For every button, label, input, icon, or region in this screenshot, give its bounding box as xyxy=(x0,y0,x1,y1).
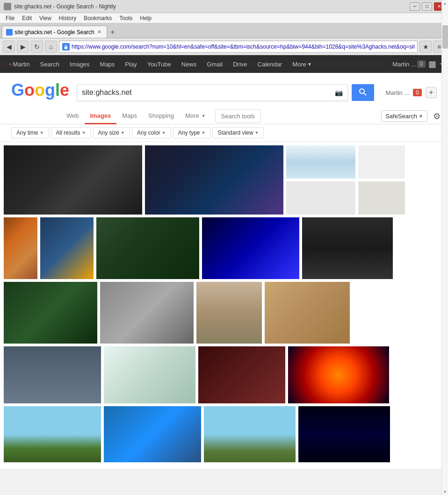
toolbar-youtube[interactable]: YouTube xyxy=(143,55,176,73)
scroll-thumb[interactable] xyxy=(442,25,448,49)
logo-o1: o xyxy=(24,80,35,100)
all-results-filter[interactable]: All results ▼ xyxy=(51,127,91,138)
image-item[interactable] xyxy=(202,217,299,279)
home-button[interactable]: ⌂ xyxy=(45,41,57,53)
toolbar-martin[interactable]: +Martin xyxy=(4,55,35,73)
toolbar-username[interactable]: Martin ... xyxy=(392,61,416,68)
menu-file[interactable]: File xyxy=(2,14,18,22)
notification-count[interactable]: 0 xyxy=(417,60,426,68)
image-row-4 xyxy=(4,346,444,403)
image-row-5 xyxy=(4,406,444,462)
image-item[interactable] xyxy=(286,181,355,215)
bookmark-button[interactable]: ★ xyxy=(419,41,432,53)
forward-button[interactable]: ▶ xyxy=(17,41,29,53)
account-share-button[interactable]: + xyxy=(426,87,437,98)
tab-images[interactable]: Images xyxy=(85,108,117,124)
svg-rect-0 xyxy=(65,47,67,49)
standard-view-filter[interactable]: Standard view ▼ xyxy=(212,127,264,138)
tab-title: site:ghacks.net - Google Search xyxy=(14,29,94,36)
any-time-arrow-icon: ▼ xyxy=(40,130,44,135)
toolbar-gmail[interactable]: Gmail xyxy=(202,55,227,73)
minimize-button[interactable]: ─ xyxy=(410,2,420,11)
image-column-2 xyxy=(358,145,405,215)
any-time-filter[interactable]: Any time ▼ xyxy=(11,127,49,138)
nav-bar: ◀ ▶ ↻ ⌂ ★ ≡ xyxy=(0,38,448,55)
toolbar-play[interactable]: Play xyxy=(120,55,141,73)
search-tools-button[interactable]: Search tools xyxy=(215,109,261,123)
camera-search-icon[interactable]: 📷 xyxy=(335,89,343,96)
tab-shopping[interactable]: Shopping xyxy=(143,108,180,124)
toolbar-search[interactable]: Search xyxy=(36,55,64,73)
image-item[interactable] xyxy=(100,282,194,344)
account-notification[interactable]: 0 xyxy=(413,89,422,96)
settings-gear-icon[interactable]: ⚙ xyxy=(431,109,442,123)
tab-close-button[interactable]: ✕ xyxy=(96,29,103,36)
toolbar-news[interactable]: News xyxy=(177,55,202,73)
grid-button[interactable]: ▦ xyxy=(428,59,436,69)
search-input-container: 📷 xyxy=(77,84,348,101)
tab-favicon xyxy=(6,29,13,36)
toolbar-calendar[interactable]: Calendar xyxy=(253,55,287,73)
any-size-filter[interactable]: Any size ▼ xyxy=(93,127,130,138)
maximize-button[interactable]: □ xyxy=(422,2,432,11)
search-button[interactable] xyxy=(352,84,374,101)
tab-maps[interactable]: Maps xyxy=(116,108,143,124)
image-row-2 xyxy=(4,217,444,279)
plus-icon: + xyxy=(8,61,12,68)
reload-button[interactable]: ↻ xyxy=(31,41,43,53)
window-controls: ─ □ ✕ xyxy=(410,2,444,11)
image-item[interactable] xyxy=(298,406,390,462)
account-name[interactable]: Martin ... xyxy=(386,89,410,96)
scrollbar[interactable]: ▲ ▼ xyxy=(441,0,448,469)
image-item[interactable] xyxy=(104,346,195,403)
image-item[interactable] xyxy=(104,406,201,462)
new-tab-button[interactable]: + xyxy=(107,27,118,38)
image-item[interactable] xyxy=(40,217,94,279)
toolbar-drive[interactable]: Drive xyxy=(228,55,252,73)
back-button[interactable]: ◀ xyxy=(3,41,15,53)
menu-bookmarks[interactable]: Bookmarks xyxy=(80,14,116,22)
menu-view[interactable]: View xyxy=(36,14,55,22)
image-item[interactable] xyxy=(358,181,405,215)
any-type-filter[interactable]: Any type ▼ xyxy=(173,127,211,138)
image-item[interactable] xyxy=(96,217,199,279)
image-item[interactable] xyxy=(288,346,389,403)
search-input[interactable] xyxy=(82,88,335,97)
scroll-up-arrow[interactable]: ▲ xyxy=(442,0,448,7)
address-bar-container xyxy=(59,41,418,53)
menu-help[interactable]: Help xyxy=(136,14,155,22)
image-item[interactable] xyxy=(358,145,405,179)
image-item[interactable] xyxy=(265,282,350,344)
account-area: Martin ... 0 + xyxy=(386,87,437,98)
image-item[interactable] xyxy=(198,346,285,403)
google-toolbar: +Martin Search Images Maps Play YouTube … xyxy=(0,55,448,73)
svg-point-1 xyxy=(360,89,364,93)
menu-history[interactable]: History xyxy=(55,14,80,22)
image-item[interactable] xyxy=(145,145,283,215)
browser-tab[interactable]: site:ghacks.net - Google Search ✕ xyxy=(2,26,107,38)
standard-view-arrow-icon: ▼ xyxy=(254,130,259,135)
browser-icon xyxy=(4,3,11,10)
tab-more[interactable]: More ▼ xyxy=(180,108,211,124)
image-item[interactable] xyxy=(286,145,355,179)
image-item[interactable] xyxy=(204,406,296,462)
image-item[interactable] xyxy=(4,145,142,215)
menu-tools[interactable]: Tools xyxy=(116,14,136,22)
image-item[interactable] xyxy=(4,346,101,403)
menu-edit[interactable]: Edit xyxy=(18,14,36,22)
any-color-filter[interactable]: Any color ▼ xyxy=(132,127,171,138)
toolbar-maps[interactable]: Maps xyxy=(95,55,120,73)
address-input[interactable] xyxy=(72,43,414,50)
toolbar-more[interactable]: More ▼ xyxy=(288,55,317,73)
safe-search-button[interactable]: SafeSearch ▼ xyxy=(381,110,427,122)
search-tabs-bar: Web Images Maps Shopping More ▼ Search t… xyxy=(0,108,448,124)
logo-g: G xyxy=(11,80,24,100)
toolbar-images[interactable]: Images xyxy=(65,55,94,73)
image-item[interactable] xyxy=(4,282,97,344)
tab-web[interactable]: Web xyxy=(61,108,85,124)
image-item[interactable] xyxy=(196,282,262,344)
image-item[interactable] xyxy=(4,217,37,279)
google-logo: G o o g l e xyxy=(11,80,69,100)
image-item[interactable] xyxy=(4,406,101,462)
image-item[interactable] xyxy=(302,217,393,279)
